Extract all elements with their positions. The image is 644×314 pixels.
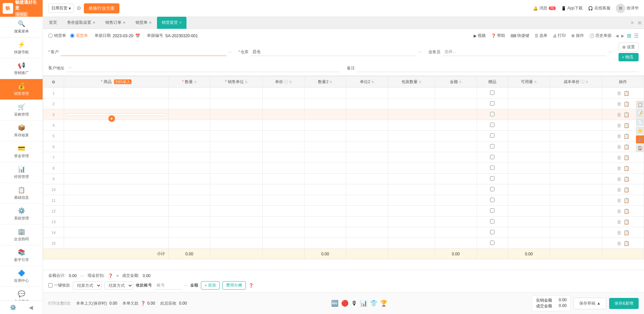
- sort-icon[interactable]: ⇅: [329, 80, 332, 84]
- quick-btn-4[interactable]: ⭐: [636, 127, 644, 135]
- radio-sales-input[interactable]: [48, 34, 53, 38]
- pack-qty-cell[interactable]: [388, 109, 435, 120]
- unit2-cell[interactable]: [346, 88, 388, 99]
- calc-method-select[interactable]: 结算方式: [104, 281, 133, 290]
- unit2-cell[interactable]: [346, 174, 388, 184]
- unit2-cell[interactable]: [346, 216, 388, 227]
- delete-icon[interactable]: 🗑: [617, 123, 622, 128]
- gift-cell[interactable]: [477, 195, 508, 206]
- product-cell[interactable]: [64, 227, 168, 238]
- unit2-cell[interactable]: [346, 131, 388, 141]
- save-new-btn[interactable]: 保存&新增: [609, 298, 639, 309]
- sidebar-item-inventory[interactable]: 📦 库存核算: [0, 121, 43, 141]
- sales-unit-cell[interactable]: [210, 195, 263, 206]
- gift-cell[interactable]: [477, 99, 508, 109]
- copy-icon[interactable]: 📋: [624, 241, 629, 246]
- price-cell[interactable]: [263, 206, 305, 216]
- tab-price-settings[interactable]: 售价提取设置 ✕: [62, 17, 100, 29]
- sort-icon[interactable]: ⇅: [371, 80, 374, 84]
- product-cell[interactable]: [64, 152, 168, 163]
- quantity2-cell[interactable]: [304, 131, 346, 141]
- unit2-cell[interactable]: [346, 141, 388, 152]
- gift-cell[interactable]: [477, 238, 508, 249]
- sales-unit-cell[interactable]: [210, 163, 263, 174]
- sidebar-item-appstore[interactable]: 🔷 应用中心: [0, 266, 43, 287]
- prev-icon[interactable]: ◀: [615, 34, 619, 38]
- unit2-cell[interactable]: [346, 195, 388, 206]
- product-cell[interactable]: [64, 238, 168, 249]
- copy-icon[interactable]: 📋: [624, 230, 629, 235]
- sort-icon[interactable]: ⇅: [419, 80, 421, 84]
- sales-unit-cell[interactable]: [210, 131, 263, 141]
- quick-btn-3[interactable]: 📄: [636, 118, 644, 126]
- gift-cell[interactable]: [477, 120, 508, 131]
- price-cell[interactable]: [263, 99, 305, 109]
- scan-btn[interactable]: 扫码录入: [114, 79, 131, 84]
- available-cell[interactable]: [508, 152, 550, 163]
- quantity2-cell[interactable]: [304, 152, 346, 163]
- unit2-cell[interactable]: [346, 238, 388, 249]
- quantity-cell[interactable]: [168, 238, 210, 249]
- sidebar-item-company[interactable]: 🏢 企业协同: [0, 225, 43, 245]
- product-cell[interactable]: [64, 216, 168, 227]
- account-input[interactable]: 账号: [155, 281, 181, 290]
- help-circle-icon[interactable]: ❓: [249, 283, 254, 288]
- price-cell[interactable]: [263, 238, 305, 249]
- gift-cell[interactable]: [477, 184, 508, 195]
- copy-icon[interactable]: 📋: [624, 187, 629, 192]
- sales-unit-cell[interactable]: [210, 152, 263, 163]
- pack-qty-cell[interactable]: [388, 163, 435, 174]
- list-view-icon[interactable]: ☰: [634, 33, 639, 39]
- remark-input[interactable]: [357, 64, 639, 72]
- quantity2-cell[interactable]: [304, 88, 346, 99]
- gift-checkbox[interactable]: [490, 166, 494, 170]
- amount-cell[interactable]: [435, 131, 477, 141]
- app-download-btn[interactable]: 📱 App下载: [561, 5, 583, 11]
- settlement-select[interactable]: 结算方式: [73, 281, 102, 290]
- sidebar-item-sales[interactable]: 💰 销售管理: [0, 79, 43, 100]
- delete-icon[interactable]: 🗑: [617, 144, 622, 149]
- sidebar-item-guide[interactable]: 📚 新手引导: [0, 245, 43, 266]
- delete-icon[interactable]: 🗑: [617, 176, 622, 182]
- copy-icon[interactable]: 📋: [624, 208, 629, 214]
- pack-qty-cell[interactable]: [388, 206, 435, 216]
- available-cell[interactable]: [508, 195, 550, 206]
- product-cell[interactable]: +: [64, 109, 168, 120]
- gift-checkbox[interactable]: [490, 144, 494, 148]
- quantity2-cell[interactable]: [304, 206, 346, 216]
- sales-unit-cell[interactable]: [210, 238, 263, 249]
- user-info[interactable]: 徐 徐泽华: [616, 4, 639, 13]
- industry-select[interactable]: 日用百货 ▾: [48, 4, 74, 13]
- delete-icon[interactable]: 🗑: [617, 219, 622, 225]
- price-cell[interactable]: [263, 227, 305, 238]
- tool-icon-4[interactable]: 📊: [360, 300, 367, 307]
- logistics-btn[interactable]: + 物流: [619, 53, 639, 61]
- tool-icon-3[interactable]: 🎙: [351, 300, 357, 307]
- quantity-cell[interactable]: [168, 152, 210, 163]
- topbar-gear-icon[interactable]: ⚙: [76, 5, 81, 11]
- sales-unit-cell[interactable]: [210, 120, 263, 131]
- available-cell[interactable]: [508, 206, 550, 216]
- quantity2-cell[interactable]: [304, 141, 346, 152]
- product-cell[interactable]: [64, 163, 168, 174]
- close-icon[interactable]: ✕: [179, 21, 182, 24]
- select-btn[interactable]: ☰ 选单: [533, 32, 549, 39]
- history-btn[interactable]: 🕐 历史单据: [588, 32, 613, 39]
- staff-more-icon[interactable]: ···: [608, 50, 612, 54]
- quantity2-cell[interactable]: [304, 120, 346, 131]
- price-cell[interactable]: [263, 174, 305, 184]
- product-cell[interactable]: [64, 131, 168, 141]
- one-click-label[interactable]: 一键收款: [48, 282, 70, 288]
- available-cell[interactable]: [508, 174, 550, 184]
- price-cell[interactable]: [263, 163, 305, 174]
- product-cell[interactable]: [64, 206, 168, 216]
- calendar-icon[interactable]: 📅: [135, 34, 140, 38]
- amount-cell[interactable]: [435, 227, 477, 238]
- quantity2-cell[interactable]: [304, 99, 346, 109]
- sidebar-item-quick[interactable]: ⚡ 快捷导航: [0, 38, 43, 58]
- cost-price-cell[interactable]: [550, 238, 602, 249]
- sidebar-item-wechat[interactable]: 💬 企业微信: [0, 287, 43, 301]
- available-cell[interactable]: [508, 141, 550, 152]
- copy-icon[interactable]: 📋: [624, 176, 629, 182]
- sidebar-item-finance[interactable]: 💳 资金管理: [0, 141, 43, 162]
